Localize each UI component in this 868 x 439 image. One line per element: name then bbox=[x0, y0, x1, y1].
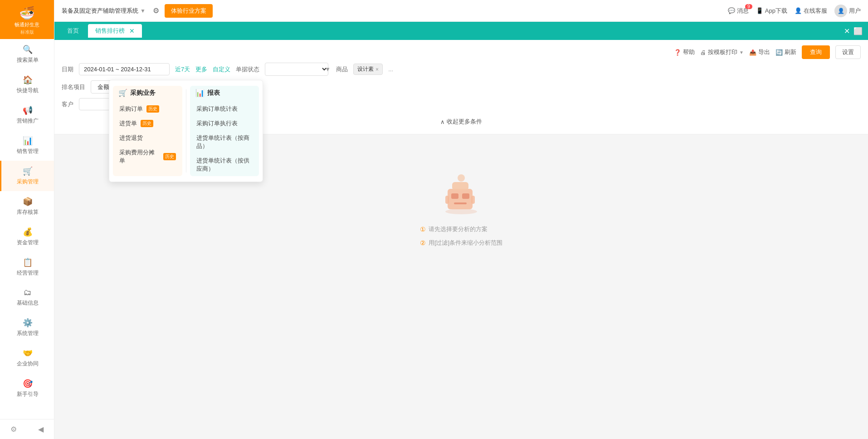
topbar-title-dropdown[interactable]: 装备及固定资产辅助管理系统 ▼ bbox=[62, 7, 146, 15]
purchase-order-label: 采购订单 bbox=[119, 105, 143, 113]
export-btn[interactable]: 📤 导出 bbox=[749, 48, 770, 56]
filter-row-1: 日期 近7天 更多 自定义 单据状态 ▼ 商品 设计素 × ... bbox=[62, 63, 861, 76]
tab-window-close-icon[interactable]: ✕ bbox=[844, 27, 850, 35]
sidebar-item-label-purchase: 采购管理 bbox=[17, 178, 39, 186]
sidebar-item-system[interactable]: ⚙️系统管理 bbox=[0, 312, 54, 343]
sidebar-item-label-inventory: 库存核算 bbox=[17, 208, 39, 216]
topbar: 装备及固定资产辅助管理系统 ▼ ⚙ 体验行业方案 💬 消息 9 📱 App下载 … bbox=[54, 0, 868, 22]
incoming-history: 历史 bbox=[141, 120, 153, 127]
empty-illustration-svg bbox=[434, 171, 488, 216]
rank-label: 排名项目 bbox=[62, 83, 85, 91]
sidebar-bottom: ⚙ ◀ bbox=[0, 419, 54, 439]
main-area: 装备及固定资产辅助管理系统 ▼ ⚙ 体验行业方案 💬 消息 9 📱 App下载 … bbox=[54, 0, 868, 439]
avatar: 👤 bbox=[834, 5, 847, 17]
customer-label: 客户 bbox=[62, 100, 73, 109]
order-status-select[interactable] bbox=[265, 63, 328, 76]
refresh-label: 刷新 bbox=[785, 48, 796, 56]
refresh-btn[interactable]: 🔄 刷新 bbox=[775, 48, 796, 56]
app-icon: 📱 bbox=[756, 7, 763, 14]
topbar-service[interactable]: 👤 在线客服 bbox=[795, 7, 827, 15]
sidebar-item-operation[interactable]: 📋经营管理 bbox=[0, 252, 54, 282]
content-area: ❓ 帮助 🖨 按模板打印 ▼ 📤 导出 🔄 刷新 bbox=[54, 40, 868, 439]
report-header-icon: 📊 bbox=[195, 89, 205, 97]
sidebar-logo: 🍜 畅通好生意 标准版 bbox=[0, 0, 54, 39]
sidebar-nav: 🔍搜索菜单🏠快捷导航📢营销推广📊销售管理🛒采购管理📦库存核算💰资金管理📋经营管理… bbox=[0, 39, 54, 419]
order-status-label: 单据状态 bbox=[236, 65, 259, 74]
date-custom[interactable]: 自定义 bbox=[213, 65, 230, 74]
hint1-bullet: ① bbox=[420, 226, 426, 233]
dropdown-item-return[interactable]: 进货退货 bbox=[113, 131, 182, 145]
svg-rect-4 bbox=[454, 202, 467, 204]
dropdown-item-purchase-exec[interactable]: 采购订单执行表 bbox=[190, 116, 259, 131]
topbar-message[interactable]: 💬 消息 9 bbox=[728, 7, 749, 15]
sidebar-item-label-quick-nav: 快捷导航 bbox=[17, 87, 39, 94]
svg-rect-2 bbox=[451, 193, 458, 199]
topbar-app[interactable]: 📱 App下载 bbox=[756, 7, 787, 15]
purchase-stat-label: 采购订单统计表 bbox=[196, 105, 238, 113]
dropdown-item-expense[interactable]: 采购费用分摊单 历史 bbox=[113, 145, 182, 168]
sidebar-item-inventory[interactable]: 📦库存核算 bbox=[0, 191, 54, 222]
sidebar-settings-icon[interactable]: ⚙ bbox=[10, 425, 17, 434]
empty-hint-1-row: ① 请先选择要分析的方案 bbox=[420, 223, 502, 235]
print-icon: 🖨 bbox=[700, 49, 706, 56]
sidebar-item-guide[interactable]: 🎯新手引导 bbox=[0, 373, 54, 404]
sidebar-item-marketing[interactable]: 📢营销推广 bbox=[0, 100, 54, 130]
dropdown-item-purchase-stat[interactable]: 采购订单统计表 bbox=[190, 102, 259, 116]
sidebar: 🍜 畅通好生意 标准版 🔍搜索菜单🏠快捷导航📢营销推广📊销售管理🛒采购管理📦库存… bbox=[0, 0, 54, 439]
settings-btn[interactable]: 设置 bbox=[835, 45, 861, 59]
supplier-stat-label: 进货单统计表（按供应商） bbox=[196, 157, 253, 173]
expense-history: 历史 bbox=[163, 153, 176, 160]
logo-icon: 🍜 bbox=[19, 5, 35, 20]
sidebar-collapse-icon[interactable]: ◀ bbox=[38, 425, 44, 434]
help-icon: ❓ bbox=[674, 49, 681, 56]
incoming-label: 进货单 bbox=[119, 119, 137, 128]
sidebar-item-purchase[interactable]: 🛒采购管理 bbox=[0, 161, 54, 191]
query-btn[interactable]: 查询 bbox=[802, 45, 830, 59]
help-label: 帮助 bbox=[683, 48, 695, 56]
sidebar-item-search[interactable]: 🔍搜索菜单 bbox=[0, 39, 54, 69]
sidebar-item-enterprise[interactable]: 🤝企业协同 bbox=[0, 343, 54, 373]
dropdown-report-header: 📊 报表 bbox=[190, 86, 259, 102]
empty-hint-1: 请先选择要分析的方案 bbox=[429, 223, 488, 235]
sidebar-item-finance[interactable]: 💰资金管理 bbox=[0, 222, 54, 252]
tab-window-max-icon[interactable]: ⬜ bbox=[853, 27, 863, 35]
date-input[interactable] bbox=[79, 63, 170, 75]
sidebar-item-basic-info[interactable]: 🗂基础信息 bbox=[0, 282, 54, 312]
topbar-user[interactable]: 👤 用户 bbox=[834, 5, 861, 17]
date-7days[interactable]: 近7天 bbox=[175, 65, 190, 74]
industry-btn[interactable]: 体验行业方案 bbox=[165, 4, 213, 18]
refresh-icon: 🔄 bbox=[775, 49, 783, 56]
tab-sales-rank-close[interactable]: ✕ bbox=[129, 27, 135, 35]
sidebar-item-icon-enterprise: 🤝 bbox=[23, 348, 33, 358]
dropdown-purchase-col: 🛒 采购业务 采购订单 历史 进货单 历史 进货退货 bbox=[113, 86, 182, 176]
svg-point-0 bbox=[445, 209, 477, 214]
sidebar-item-label-enterprise: 企业协同 bbox=[17, 360, 39, 368]
sidebar-item-icon-guide: 🎯 bbox=[23, 379, 33, 389]
sidebar-item-quick-nav[interactable]: 🏠快捷导航 bbox=[0, 69, 54, 100]
dropdown-item-supplier-stat[interactable]: 进货单统计表（按供应商） bbox=[190, 153, 259, 176]
tab-home[interactable]: 首页 bbox=[60, 24, 86, 38]
sidebar-item-label-guide: 新手引导 bbox=[17, 390, 39, 398]
topbar-gear-icon[interactable]: ⚙ bbox=[153, 6, 159, 15]
app-label: App下载 bbox=[765, 7, 787, 15]
sidebar-item-sales[interactable]: 📊销售管理 bbox=[0, 130, 54, 161]
dropdown-item-purchase-order[interactable]: 采购订单 历史 bbox=[113, 102, 182, 116]
empty-state-texts: ① 请先选择要分析的方案 ② 用[过滤]条件来缩小分析范围 bbox=[420, 223, 502, 249]
expense-label: 采购费用分摊单 bbox=[119, 148, 160, 165]
sidebar-item-icon-inventory: 📦 bbox=[23, 197, 33, 207]
dropdown-item-goods-stat[interactable]: 进货单统计表（按商品） bbox=[190, 131, 259, 153]
goods-tag: 设计素 × bbox=[353, 64, 383, 75]
goods-ellipsis[interactable]: ... bbox=[388, 66, 393, 73]
nav-tabs: 首页 销售排行榜 ✕ ✕ ⬜ bbox=[54, 22, 868, 40]
tab-sales-rank[interactable]: 销售排行榜 ✕ bbox=[88, 24, 142, 38]
date-more[interactable]: 更多 bbox=[195, 65, 207, 74]
goods-tag-close[interactable]: × bbox=[375, 66, 379, 73]
goods-tag-text: 设计素 bbox=[357, 65, 374, 73]
dropdown-item-incoming[interactable]: 进货单 历史 bbox=[113, 116, 182, 131]
print-btn[interactable]: 🖨 按模板打印 ▼ bbox=[700, 48, 744, 56]
svg-point-8 bbox=[458, 174, 465, 182]
help-btn[interactable]: ❓ 帮助 bbox=[674, 48, 695, 56]
sidebar-item-label-marketing: 营销推广 bbox=[17, 117, 39, 125]
message-badge: 9 bbox=[745, 4, 752, 9]
sidebar-item-label-search: 搜索菜单 bbox=[17, 56, 39, 64]
